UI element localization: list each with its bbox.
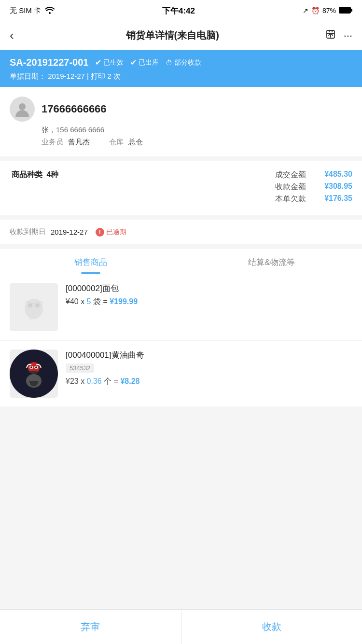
warehouse-info: 仓库 总仓 (109, 138, 143, 147)
page-title: 销货单详情(来自电脑) (20, 29, 325, 42)
product-info-2: [000400001]黄油曲奇 534532 ¥23 x 0.36 个 = ¥8… (66, 350, 352, 387)
deal-amount: 成交金额 ¥485.30 (275, 170, 352, 180)
carrier-label: 无 SIM 卡 (10, 6, 41, 15)
svg-point-9 (36, 304, 40, 308)
customer-section: 17666666666 张，156 6666 6666 业务员 曾凡杰 仓库 总… (0, 87, 362, 156)
status-bar: 无 SIM 卡 下午4:42 ↗ ⏰ 87% (0, 0, 362, 21)
customer-phone: 17666666666 (42, 103, 107, 115)
order-number: SA-20191227-001 (10, 57, 88, 68)
status-left: 无 SIM 卡 (10, 6, 55, 15)
bottom-bar: 弃审 收款 (0, 609, 362, 644)
nav-actions: ··· (325, 29, 352, 42)
amounts: 成交金额 ¥485.30 收款金额 ¥308.95 本单欠款 ¥176.35 (275, 170, 352, 206)
check-icon: ✔ (95, 58, 101, 67)
product-list: 兔+ [0000002]面包 ¥40 x 5 袋 = ¥199.99 (0, 274, 362, 442)
overdue-icon: ! (96, 228, 104, 237)
due-section: 收款到期日 2019-12-27 ! 已逾期 (0, 220, 362, 244)
product-name-2: [000400001]黄油曲奇 (66, 350, 352, 361)
back-button[interactable]: ‹ (10, 28, 20, 43)
svg-point-8 (28, 304, 32, 308)
stats-section: 商品种类 4种 成交金额 ¥485.30 收款金额 ¥308.95 本单欠款 ¥… (0, 161, 362, 215)
svg-text:兔+: 兔+ (29, 317, 34, 320)
tab-settlement[interactable]: 结算&物流等 (181, 249, 362, 274)
product-thumb-1: 兔+ (10, 283, 58, 331)
clock-icon: ⏱ (166, 59, 172, 67)
product-item-2: [000400001]黄油曲奇 534532 ¥23 x 0.36 个 = ¥8… (0, 341, 362, 406)
product-tag-2: 534532 (66, 364, 94, 373)
product-price-2: ¥23 x 0.36 个 = ¥8.28 (66, 377, 352, 387)
sales-name: 曾凡杰 (68, 138, 90, 146)
svg-point-4 (19, 103, 26, 110)
collect-payment-button[interactable]: 收款 (181, 610, 362, 644)
export-button[interactable] (325, 29, 336, 42)
status-right: ↗ ⏰ 87% (303, 7, 352, 15)
svg-rect-1 (351, 9, 352, 12)
tabs-row: 销售商品 结算&物流等 (0, 249, 362, 274)
svg-point-18 (35, 366, 37, 368)
badge-effective: ✔ 已生效 (95, 58, 124, 67)
alarm-icon: ⏰ (311, 7, 320, 14)
overdue-label: 已逾期 (106, 228, 126, 237)
wifi-icon (45, 6, 55, 15)
product-image-2 (10, 350, 58, 398)
customer-row: 17666666666 (10, 97, 352, 122)
check-icon2: ✔ (130, 58, 137, 67)
location-icon: ↗ (303, 7, 308, 14)
warehouse-name: 总仓 (128, 138, 143, 146)
avatar (10, 97, 35, 122)
more-button[interactable]: ··· (344, 29, 352, 42)
tab-products[interactable]: 销售商品 (0, 249, 181, 274)
product-price-1: ¥40 x 5 袋 = ¥199.99 (66, 297, 352, 307)
svg-point-17 (30, 366, 32, 368)
customer-meta: 业务员 曾凡杰 仓库 总仓 (42, 138, 352, 147)
tabs-section: 销售商品 结算&物流等 (0, 249, 362, 274)
svg-rect-0 (339, 7, 350, 13)
battery-icon (339, 7, 352, 15)
header-date: 单据日期： 2019-12-27 | 打印 2 次 (10, 72, 352, 81)
overdue-badge: ! 已逾期 (96, 228, 126, 237)
sales-info: 业务员 曾凡杰 (42, 138, 90, 147)
badge-partial: ⏱ 部分收款 (166, 58, 201, 67)
product-name-1: [0000002]面包 (66, 283, 352, 294)
category-count: 商品种类 4种 (10, 170, 58, 180)
customer-sub: 张，156 6666 6666 (42, 126, 352, 135)
stats-row: 商品种类 4种 成交金额 ¥485.30 收款金额 ¥308.95 本单欠款 ¥… (10, 170, 352, 206)
battery-label: 87% (322, 7, 336, 14)
cancel-review-button[interactable]: 弃审 (0, 610, 181, 644)
receipt-amount: 收款金额 ¥308.95 (275, 182, 352, 192)
badge-shipped: ✔ 已出库 (130, 58, 159, 67)
product-item-1: 兔+ [0000002]面包 ¥40 x 5 袋 = ¥199.99 (0, 274, 362, 340)
status-time: 下午4:42 (162, 5, 195, 16)
debt-amount: 本单欠款 ¥176.35 (275, 194, 352, 204)
header-banner: SA-20191227-001 ✔ 已生效 ✔ 已出库 ⏱ 部分收款 单据日期：… (0, 50, 362, 87)
product-thumb-2 (10, 350, 58, 398)
nav-bar: ‹ 销货单详情(来自电脑) ··· (0, 21, 362, 50)
order-row: SA-20191227-001 ✔ 已生效 ✔ 已出库 ⏱ 部分收款 (10, 57, 352, 68)
product-info-1: [0000002]面包 ¥40 x 5 袋 = ¥199.99 (66, 283, 352, 307)
